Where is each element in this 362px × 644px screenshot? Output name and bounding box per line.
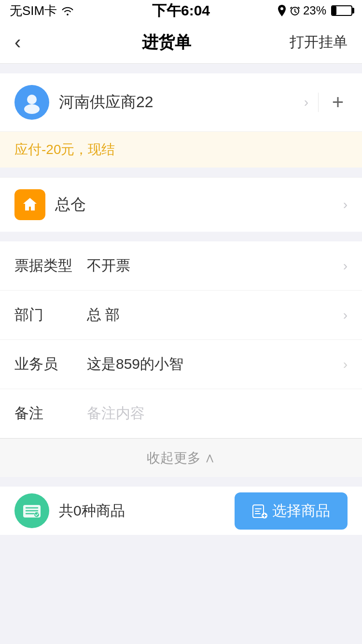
- battery-percent: 23%: [303, 4, 326, 17]
- alarm-icon: [290, 5, 300, 16]
- invoice-type-label: 票据类型: [14, 256, 77, 276]
- cart-icon: [21, 500, 42, 521]
- section-gap-3: [0, 232, 362, 241]
- add-button[interactable]: +: [328, 91, 348, 114]
- bottom-bar: 共0种商品 选择商品: [0, 487, 362, 535]
- page-title: 进货单: [142, 31, 191, 54]
- select-product-label: 选择商品: [272, 501, 330, 521]
- person-icon: [20, 91, 43, 114]
- supplier-section: 河南供应商22 › + 应付-20元，现结: [0, 73, 362, 168]
- collapse-row[interactable]: 收起更多 ∧: [0, 438, 362, 477]
- warehouse-section: 总仓 ›: [0, 177, 362, 232]
- status-left: 无SIM卡: [10, 2, 74, 19]
- invoice-type-chevron-icon: ›: [343, 258, 348, 274]
- salesperson-value: 这是859的小智: [87, 354, 338, 374]
- carrier-text: 无SIM卡: [10, 2, 57, 19]
- status-right: 23%: [277, 4, 352, 17]
- supplier-avatar: [14, 85, 49, 120]
- back-button[interactable]: ‹: [14, 31, 43, 53]
- svg-point-1: [27, 95, 37, 104]
- warehouse-name: 总仓: [55, 194, 338, 215]
- nav-bar: ‹ 进货单 打开挂单: [0, 21, 362, 64]
- status-bar: 无SIM卡 下午6:04 23%: [0, 0, 362, 21]
- section-gap-1: [0, 64, 362, 73]
- battery-icon: [331, 5, 352, 16]
- page-background: [0, 535, 362, 644]
- supplier-chevron-icon: ›: [304, 95, 308, 110]
- svg-point-2: [24, 104, 40, 114]
- department-label: 部门: [14, 305, 77, 325]
- form-section: 票据类型 不开票 › 部门 总 部 › 业务员 这是859的小智 › 备注 备注…: [0, 241, 362, 438]
- product-icon: [14, 493, 49, 528]
- product-count-text: 共0种商品: [59, 501, 235, 521]
- collapse-text: 收起更多 ∧: [147, 449, 216, 467]
- warehouse-row[interactable]: 总仓 ›: [0, 177, 362, 232]
- section-gap-4: [0, 477, 362, 487]
- supplier-divider: [318, 93, 319, 112]
- department-value: 总 部: [87, 305, 338, 325]
- department-chevron-icon: ›: [343, 308, 348, 323]
- supplier-row[interactable]: 河南供应商22 › +: [0, 73, 362, 132]
- invoice-type-value: 不开票: [87, 256, 338, 276]
- salesperson-label: 业务员: [14, 354, 77, 374]
- section-gap-2: [0, 168, 362, 177]
- remark-row[interactable]: 备注 备注内容: [0, 389, 362, 438]
- salesperson-chevron-icon: ›: [343, 357, 348, 372]
- department-row[interactable]: 部门 总 部 ›: [0, 291, 362, 340]
- supplier-name: 河南供应商22: [59, 92, 304, 113]
- invoice-type-row[interactable]: 票据类型 不开票 ›: [0, 241, 362, 291]
- select-product-icon: [252, 503, 267, 518]
- remark-input[interactable]: 备注内容: [87, 404, 348, 423]
- status-time: 下午6:04: [152, 1, 210, 21]
- notice-banner: 应付-20元，现结: [0, 132, 362, 168]
- wifi-icon: [61, 6, 74, 15]
- select-product-button[interactable]: 选择商品: [235, 492, 348, 530]
- home-icon: [20, 195, 40, 214]
- salesperson-row[interactable]: 业务员 这是859的小智 ›: [0, 340, 362, 389]
- warehouse-chevron-icon: ›: [343, 197, 348, 212]
- remark-label: 备注: [14, 404, 77, 423]
- open-pending-button[interactable]: 打开挂单: [290, 32, 348, 52]
- warehouse-icon: [14, 189, 45, 220]
- location-icon: [277, 5, 287, 16]
